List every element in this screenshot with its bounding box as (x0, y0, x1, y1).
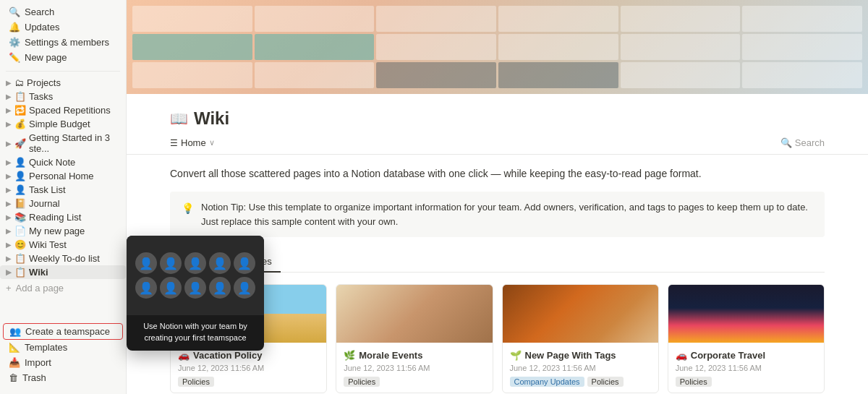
search-icon: 🔍 (9, 7, 20, 17)
section-tabs: 📊 Company Updates (170, 252, 825, 273)
tooltip-image: 👤 👤 👤 👤 👤 👤 👤 👤 👤 👤 (127, 236, 264, 315)
sidebar-item-label: Personal Home (29, 171, 94, 181)
sidebar-item-label: Updates (25, 22, 59, 33)
sidebar: 🔍 Search 🔔 Updates ⚙️ Settings & members… (0, 0, 127, 394)
chevron-icon: ▶ (6, 241, 12, 249)
card-date: June 12, 2023 11:56 AM (676, 364, 817, 372)
tip-text: Use this template to organize important … (201, 202, 808, 227)
sidebar-item-label: Settings & members (25, 37, 109, 48)
sidebar-item-weekly-todo[interactable]: ▶ 📋 Weekly To-do list (0, 252, 126, 265)
chevron-icon: ▶ (6, 172, 12, 180)
sidebar-item-updates[interactable]: 🔔 Updates (3, 20, 123, 35)
person-head: 👤 (184, 277, 206, 299)
task-list-icon: 👤 (14, 184, 26, 195)
sidebar-item-label: Add a page (16, 283, 64, 294)
sidebar-item-templates[interactable]: 📐 Templates (3, 340, 123, 355)
card-title: 🚗 Vacation Policy (178, 350, 319, 361)
updates-icon: 🔔 (9, 22, 20, 33)
my-new-page-icon: 📄 (14, 226, 26, 236)
card-tag: Policies (344, 377, 380, 387)
person-head: 👤 (135, 277, 157, 299)
sidebar-item-label: Templates (25, 342, 67, 353)
card-tag: Policies (178, 377, 214, 387)
page-title: Wiki (194, 108, 229, 129)
sidebar-item-spaced-repetitions[interactable]: ▶ 🔁 Spaced Repetitions (0, 103, 126, 117)
chevron-icon: ▶ (6, 140, 12, 147)
sidebar-item-label: Weekly To-do list (29, 253, 100, 264)
teamspace-icon: 👥 (9, 326, 21, 337)
sidebar-item-label: Tasks (29, 91, 53, 102)
card-tags: Policies (344, 377, 485, 387)
sidebar-item-quick-note[interactable]: ▶ 👤 Quick Note (0, 155, 126, 169)
person-head: 👤 (209, 277, 231, 299)
sidebar-item-personal-home[interactable]: ▶ 👤 Personal Home (0, 169, 126, 183)
getting-started-icon: 🚀 (14, 138, 26, 149)
sidebar-item-reading-list[interactable]: ▶ 📚 Reading List (0, 210, 126, 224)
sidebar-item-wiki-test[interactable]: ▶ 😊 Wiki Test (0, 238, 126, 252)
card-tag-policies: Policies (587, 377, 624, 387)
breadcrumb-bar: ☰ Home ∨ 🔍 Search (127, 137, 868, 155)
sidebar-item-settings[interactable]: ⚙️ Settings & members (3, 35, 123, 50)
new-page-icon: ✏️ (9, 52, 20, 63)
sidebar-item-new-page[interactable]: ✏️ New page (3, 50, 123, 65)
card-date: June 12, 2023 11:56 AM (178, 364, 319, 372)
sidebar-item-tasks[interactable]: ▶ 📋 Tasks (0, 90, 126, 103)
sidebar-item-simple-budget[interactable]: ▶ 💰 Simple Budget (0, 117, 126, 131)
tooltip-text: Use Notion with your team by creating yo… (127, 315, 264, 351)
sidebar-item-label: Import (25, 357, 51, 368)
card-title: 🌿 Morale Events (344, 350, 485, 361)
chevron-icon: ▶ (6, 186, 12, 194)
card-morale-events[interactable]: 🌿 Morale Events June 12, 2023 11:56 AM P… (336, 284, 493, 393)
chevron-icon: ▶ (6, 268, 12, 276)
sidebar-item-task-list[interactable]: ▶ 👤 Task List (0, 183, 126, 197)
card-new-page-tags[interactable]: 🌱 New Page With Tags June 12, 2023 11:56… (502, 284, 659, 393)
trash-icon: 🗑 (9, 372, 18, 383)
sidebar-item-my-new-page[interactable]: ▶ 📄 My new page (0, 224, 126, 238)
tip-box: 💡 Notion Tip: Use this template to organ… (170, 192, 825, 237)
card-tag: Policies (676, 377, 712, 387)
sidebar-item-label: Spaced Repetitions (29, 105, 111, 116)
person-head: 👤 (234, 252, 255, 274)
card-icon: 🌿 (344, 350, 355, 361)
cards-grid: 🚗 Vacation Policy June 12, 2023 11:56 AM… (170, 284, 825, 393)
card-tags: Policies (178, 377, 319, 387)
sidebar-item-create-teamspace[interactable]: 👥 Create a teamspace (3, 323, 123, 340)
personal-home-icon: 👤 (14, 171, 26, 181)
budget-icon: 💰 (14, 119, 26, 129)
sidebar-item-label: Wiki Test (29, 239, 67, 250)
sidebar-item-import[interactable]: 📥 Import (3, 355, 123, 370)
search-hint[interactable]: 🔍 Search (780, 137, 825, 148)
chevron-icon: ▶ (6, 93, 12, 100)
chevron-icon: ▶ (6, 120, 12, 128)
sidebar-item-trash[interactable]: 🗑 Trash (3, 370, 123, 385)
page-header: 📖 Wiki (127, 94, 868, 137)
card-image (503, 285, 658, 343)
chevron-icon: ▶ (6, 213, 12, 221)
sidebar-item-add-page[interactable]: + Add a page (0, 280, 126, 296)
sidebar-item-getting-started[interactable]: ▶ 🚀 Getting Started in 3 ste... (0, 131, 126, 155)
chevron-icon: ▶ (6, 227, 12, 235)
sidebar-item-projects[interactable]: ▶ 🗂 Projects (0, 76, 126, 90)
tasks-icon: 📋 (14, 91, 26, 102)
sidebar-item-search[interactable]: 🔍 Search (3, 4, 123, 20)
wiki-icon: 📋 (14, 267, 26, 278)
quick-note-icon: 👤 (14, 157, 26, 168)
settings-icon: ⚙️ (9, 37, 20, 48)
breadcrumb[interactable]: ☰ Home ∨ (170, 137, 215, 148)
card-title: 🌱 New Page With Tags (510, 350, 651, 361)
sidebar-item-label: Simple Budget (29, 119, 90, 129)
chevron-icon: ▶ (6, 254, 12, 262)
card-corporate-travel[interactable]: 🚗 Corporate Travel June 12, 2023 11:56 A… (668, 284, 825, 393)
sidebar-top: 🔍 Search 🔔 Updates ⚙️ Settings & members… (0, 0, 126, 68)
card-date: June 12, 2023 11:56 AM (344, 364, 485, 372)
chevron-icon: ▶ (6, 158, 12, 166)
person-head: 👤 (160, 277, 182, 299)
card-body: 🌿 Morale Events June 12, 2023 11:56 AM P… (336, 343, 492, 393)
sidebar-item-label: Wiki (29, 267, 48, 278)
sidebar-item-wiki[interactable]: ▶ 📋 Wiki (0, 265, 126, 279)
sidebar-item-journal[interactable]: ▶ 📔 Journal (0, 197, 126, 210)
wiki-page-icon: 📖 (170, 110, 188, 127)
sidebar-item-label: Getting Started in 3 ste... (29, 132, 120, 154)
card-tags: Policies (676, 377, 817, 387)
sidebar-item-label: Search (25, 7, 54, 17)
